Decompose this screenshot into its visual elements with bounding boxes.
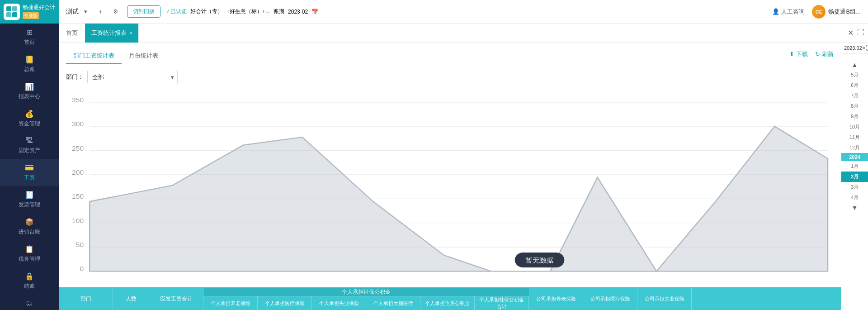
dept-filter-label: 部门： xyxy=(66,73,84,81)
sidebar-item-report[interactable]: 📊 报表中心 xyxy=(0,78,59,105)
topbar-title: 测试 xyxy=(66,8,79,16)
subtab-month[interactable]: 月份统计表 xyxy=(122,48,165,64)
col-company-unemploy: 公司承担失业保险 xyxy=(637,288,692,310)
col-personal-unemploy: 个人承担失业保险 xyxy=(312,296,366,310)
subtab-bar: 部门工资统计表 月份统计表 ⬇ 下载 ↻ 刷新 xyxy=(59,43,841,64)
subtab-dept[interactable]: 部门工资统计表 xyxy=(66,48,122,64)
content-area: 部门工资统计表 月份统计表 ⬇ 下载 ↻ 刷新 xyxy=(59,43,868,310)
svg-rect-3 xyxy=(12,12,17,17)
closing-icon: 🔒 xyxy=(25,272,34,281)
user-info[interactable]: CE 畅捷通B组... xyxy=(812,5,861,19)
sidebar-label-asset: 固定资产 xyxy=(19,147,40,154)
dept-select[interactable]: 全部 销售部 财务部 行政部 研发部 xyxy=(87,70,178,84)
chart-container: 0 50 100 150 200 250 300 350 xyxy=(59,90,841,287)
payroll-icon: 💳 xyxy=(25,163,34,172)
col-personal-pension: 个人承担养老保险 xyxy=(203,296,258,310)
window-expand-button[interactable]: ⛶ xyxy=(857,29,864,37)
sidebar-item-fund[interactable]: 💰 资金管理 xyxy=(0,105,59,132)
filter-bar: 部门： 全部 销售部 财务部 行政部 研发部 xyxy=(59,64,841,90)
svg-rect-2 xyxy=(6,12,11,17)
archive-icon: 🗂 xyxy=(26,299,33,307)
col-personal-medical: 个人承担医疗保险 xyxy=(258,296,312,310)
report-icon: 📊 xyxy=(25,82,34,91)
settings-button[interactable]: ⚙ xyxy=(110,6,122,18)
refresh-icon: ↻ xyxy=(815,51,820,57)
account-type: 好会计（专） xyxy=(190,8,223,15)
topbar-right: 👤 人工咨询 CE 畅捷通B组... xyxy=(772,5,861,19)
col-personal-major-medical: 个人承担大额医疗 xyxy=(366,296,420,310)
app-logo: 畅捷通好会计 专业版 xyxy=(0,0,59,24)
svg-text:200: 200 xyxy=(72,169,84,176)
next-year-button[interactable]: ▼ xyxy=(841,203,868,213)
download-icon: ⬇ xyxy=(789,51,794,57)
calendar-icon[interactable]: 📅 xyxy=(311,9,318,15)
sidebar-item-closing[interactable]: 🔒 结账 xyxy=(0,267,59,295)
tab-payroll-report[interactable]: 工资统计报表 × xyxy=(85,24,139,43)
col-total-wage: 应发工资合计 xyxy=(149,288,203,310)
panel-expand-button[interactable]: ⛶ xyxy=(866,44,868,52)
month-8[interactable]: 8月 xyxy=(841,101,868,111)
sidebar-label-payroll: 工资 xyxy=(24,174,35,181)
col-group-personal: 个人承担社保公积金 xyxy=(203,288,529,296)
switch-version-button[interactable]: 切到旧版 xyxy=(127,5,160,18)
month-11[interactable]: 11月 xyxy=(841,132,868,143)
table-footer: 部门 人数 应发工资合计 个人承担社保公积金 个人承担养老保险 个人承担医疗保险… xyxy=(59,287,841,310)
page-content: 部门工资统计表 月份统计表 ⬇ 下载 ↻ 刷新 xyxy=(59,43,841,310)
month-10[interactable]: 10月 xyxy=(841,122,868,132)
topbar: 测试 ▾ ＋ ⚙ 切到旧版 ✓已认证 好会计（专） +好生意（标）+... 账期… xyxy=(59,0,868,24)
sidebar-item-ledger[interactable]: 📒 总账 xyxy=(0,51,59,78)
month-12[interactable]: 12月 xyxy=(841,143,868,153)
sidebar-item-tax[interactable]: 📋 税务管理 xyxy=(0,240,59,267)
sidebar-label-tax: 税务管理 xyxy=(19,255,40,263)
avatar: CE xyxy=(812,5,826,19)
sidebar-item-archive[interactable]: 🗂 归档管理 xyxy=(0,295,59,310)
sidebar-item-payroll[interactable]: 💳 工资 xyxy=(0,159,59,186)
add-button[interactable]: ＋ xyxy=(94,6,106,18)
month-6[interactable]: 6月 xyxy=(841,80,868,91)
col-personal-total: 个人承担社保公积金合计 xyxy=(475,296,529,310)
subtab-actions: ⬇ 下载 ↻ 刷新 xyxy=(789,50,834,62)
sidebar-label-closing: 结账 xyxy=(24,282,35,290)
sidebar-label-sales: 进销台账 xyxy=(19,228,40,236)
sidebar-label-home: 首页 xyxy=(24,38,35,46)
svg-text:250: 250 xyxy=(72,144,84,152)
prev-year-button[interactable]: ▲ xyxy=(841,60,868,70)
col-dept: 部门 xyxy=(59,288,113,310)
year-2024-label: 2024 xyxy=(841,153,868,161)
month-3[interactable]: 3月 xyxy=(841,182,868,192)
col-count: 人数 xyxy=(113,288,149,310)
invoice-icon: 🧾 xyxy=(25,191,34,199)
month-7[interactable]: 7月 xyxy=(841,91,868,101)
sales-icon: 📦 xyxy=(25,218,34,226)
chart-svg: 0 50 100 150 200 250 300 350 xyxy=(66,94,834,287)
extra-services: +好生意（标）+... xyxy=(226,8,270,15)
window-close-button[interactable]: ✕ xyxy=(848,29,854,37)
svg-text:暂无数据: 暂无数据 xyxy=(525,257,554,264)
panel-close-button[interactable]: × xyxy=(862,44,866,52)
svg-text:150: 150 xyxy=(72,193,84,200)
main-area: 测试 ▾ ＋ ⚙ 切到旧版 ✓已认证 好会计（专） +好生意（标）+... 账期… xyxy=(59,0,868,310)
month-4[interactable]: 4月 xyxy=(841,192,868,203)
sidebar-item-home[interactable]: ⊞ 首页 xyxy=(0,24,59,51)
month-9[interactable]: 9月 xyxy=(841,111,868,122)
sidebar-label-invoice: 发票管理 xyxy=(19,201,40,209)
period-value: 2023-02 xyxy=(288,9,308,15)
svg-text:0: 0 xyxy=(80,265,84,272)
sidebar-item-invoice[interactable]: 🧾 发票管理 xyxy=(0,186,59,213)
sidebar-label-ledger: 总账 xyxy=(24,66,35,73)
month-1[interactable]: 1月 xyxy=(841,161,868,172)
sidebar-label-fund: 资金管理 xyxy=(19,120,40,128)
topbar-dropdown[interactable]: ▾ xyxy=(84,8,87,15)
tab-close-icon[interactable]: × xyxy=(129,30,132,36)
panel-header: 2023.02 × ⛶ xyxy=(841,43,868,54)
month-2[interactable]: 2月 xyxy=(841,172,868,182)
sidebar-item-sales[interactable]: 📦 进销台账 xyxy=(0,213,59,240)
col-company-pension: 公司承担养老保险 xyxy=(529,288,583,310)
refresh-button[interactable]: ↻ 刷新 xyxy=(815,50,834,58)
user-name: 畅捷通B组... xyxy=(828,8,861,16)
download-button[interactable]: ⬇ 下载 xyxy=(789,50,808,58)
month-5[interactable]: 5月 xyxy=(841,70,868,80)
help-button[interactable]: 👤 人工咨询 xyxy=(772,8,805,16)
sidebar-item-asset[interactable]: 🏗 固定资产 xyxy=(0,132,59,159)
tab-home[interactable]: 首页 xyxy=(66,29,85,37)
